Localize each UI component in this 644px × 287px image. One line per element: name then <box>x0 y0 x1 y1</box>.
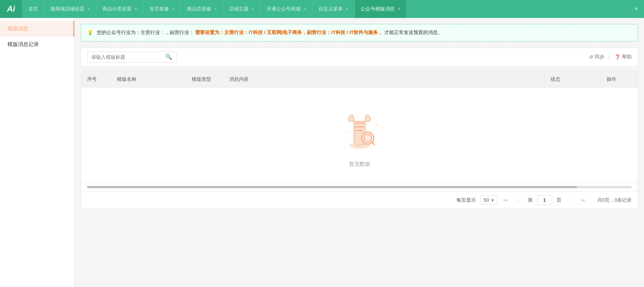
sync-button[interactable]: ↺ 同步 <box>589 54 604 60</box>
tab-close-icon[interactable]: × <box>87 6 90 12</box>
tab-close-icon[interactable]: × <box>346 6 348 12</box>
page-number-input[interactable] <box>537 195 552 205</box>
table-header-row: 序号 模版名称 模版类型 消息内容 状态 操作 <box>81 71 638 87</box>
page-size-label: 每页显示 <box>456 197 476 204</box>
search-button[interactable]: 🔍 <box>162 54 175 60</box>
svg-line-6 <box>372 142 375 145</box>
help-button[interactable]: ❓ 帮助 <box>614 54 632 60</box>
nav-tab-template-message[interactable]: 公众号模版消息× <box>355 0 407 18</box>
nav-tab-label: 商品页装修 <box>187 6 211 12</box>
nav-tab-label: 店铺主题 <box>229 6 249 12</box>
col-content: 消息内容 <box>223 71 545 87</box>
page-label: 第 <box>528 197 533 204</box>
nav-tab-home-decoration[interactable]: 首页装修× <box>144 0 181 18</box>
sidebar: 模版消息模版消息记录 <box>0 18 75 287</box>
tab-close-icon[interactable]: × <box>135 6 137 12</box>
nav-tab-label: 开通公众号商城 <box>266 6 301 12</box>
sync-icon: ↺ <box>589 54 593 60</box>
content-area: 💡 您的公众号行业为：主营行业：，副营行业： 需要设置为：主营行业：IT科技 /… <box>75 18 644 287</box>
svg-point-9 <box>345 131 347 133</box>
col-status: 状态 <box>545 71 601 87</box>
nav-tab-label: 商品分类设置 <box>102 6 132 12</box>
top-navigation: Ai 首页微商城店铺设置×商品分类设置×首页装修×商品页装修×店铺主题×开通公众… <box>0 0 644 18</box>
sidebar-item-template-message-record[interactable]: 模版消息记录 <box>0 37 74 52</box>
divider: | <box>609 54 610 60</box>
search-input[interactable] <box>87 52 162 62</box>
search-actions: ↺ 同步 | ❓ 帮助 <box>589 54 632 60</box>
nav-tab-label: 微商城店铺设置 <box>50 6 84 12</box>
nav-tab-label: 自定义菜单 <box>318 6 343 12</box>
notice-text1: 您的公众号行业为：主营行业：，副营行业： <box>97 30 194 35</box>
nav-tab-custom-menu[interactable]: 自定义菜单× <box>312 0 355 18</box>
scroll-track[interactable] <box>87 186 632 188</box>
tab-close-icon[interactable]: × <box>303 6 306 12</box>
scrollbar-area <box>81 183 638 192</box>
search-bar: 🔍 ↺ 同步 | ❓ 帮助 <box>81 48 638 67</box>
sync-label: 同步 <box>595 54 604 60</box>
sidebar-item-template-message[interactable]: 模版消息 <box>0 21 74 37</box>
col-index: 序号 <box>81 71 111 87</box>
nav-tab-product-decoration[interactable]: 商品页装修× <box>181 0 223 18</box>
nav-tab-category-settings[interactable]: 商品分类设置× <box>96 0 144 18</box>
empty-text: 暂无数据 <box>349 161 370 168</box>
notice-icon: 💡 <box>87 30 93 35</box>
notice-highlight: 需要设置为：主营行业：IT科技 / 互联网|电子商务，副营行业：IT科技 / I… <box>195 30 383 35</box>
tab-close-icon[interactable]: × <box>252 6 254 12</box>
logo: Ai <box>0 0 22 18</box>
help-label: 帮助 <box>622 54 632 60</box>
tab-close-icon[interactable]: × <box>214 6 217 12</box>
page-size-select[interactable]: 50 ∨ <box>480 196 497 204</box>
scroll-thumb <box>87 186 577 188</box>
empty-illustration <box>337 110 382 155</box>
search-input-wrap: 🔍 <box>87 52 177 62</box>
total-text: 共0页，0条记录 <box>597 197 632 204</box>
empty-state: 暂无数据 <box>81 88 638 183</box>
main-layout: 模版消息模版消息记录 💡 您的公众号行业为：主营行业：，副营行业： 需要设置为：… <box>0 18 644 287</box>
nav-tab-label: 首页 <box>28 6 38 12</box>
nav-tab-shop-theme[interactable]: 店铺主题× <box>223 0 261 18</box>
nav-tab-shop-settings[interactable]: 微商城店铺设置× <box>44 0 96 18</box>
nav-tab-label: 首页装修 <box>150 6 169 12</box>
global-close-button[interactable]: × <box>629 6 644 12</box>
pagination: 每页显示 50 ∨ ⏮ ‹ 第 页 › ⏭ 共0页，0条记录 <box>81 192 638 209</box>
page-size-value: 50 <box>484 197 489 203</box>
next-page-button[interactable]: › <box>566 195 576 205</box>
svg-point-7 <box>375 124 378 126</box>
chevron-down-icon: ∨ <box>491 197 494 203</box>
data-table: 序号 模版名称 模版类型 消息内容 状态 操作 <box>81 71 638 88</box>
nav-tab-label: 公众号模版消息 <box>361 6 395 12</box>
help-icon: ❓ <box>614 54 620 60</box>
first-page-button[interactable]: ⏮ <box>501 195 511 205</box>
nav-tab-home[interactable]: 首页 <box>22 0 44 18</box>
col-type: 模版类型 <box>186 71 223 87</box>
notice-banner: 💡 您的公众号行业为：主营行业：，副营行业： 需要设置为：主营行业：IT科技 /… <box>81 24 638 42</box>
col-name: 模版名称 <box>111 71 186 87</box>
col-action: 操作 <box>601 71 638 87</box>
nav-tab-open-wechat-mall[interactable]: 开通公众号商城× <box>261 0 312 18</box>
page-unit: 页 <box>557 197 561 204</box>
tab-close-icon[interactable]: × <box>398 6 400 12</box>
last-page-button[interactable]: ⏭ <box>579 195 588 205</box>
notice-text2: 才能正常发送预置的消息。 <box>384 30 443 35</box>
svg-point-8 <box>378 130 380 131</box>
prev-page-button[interactable]: ‹ <box>514 195 523 205</box>
tab-close-icon[interactable]: × <box>172 6 175 12</box>
